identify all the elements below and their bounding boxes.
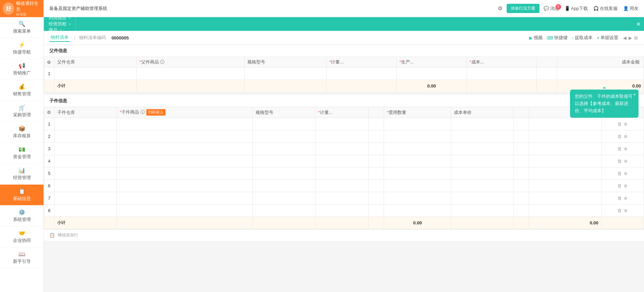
child-cell-unit-price[interactable] xyxy=(451,192,513,205)
child-cell-qty[interactable] xyxy=(384,192,451,205)
delete-icon[interactable]: 🗑 xyxy=(617,121,622,127)
sidebar-item-企业协同[interactable]: 🤝企业协同 xyxy=(0,226,44,247)
child-cell-qty[interactable] xyxy=(384,130,451,143)
child-cell-product[interactable] xyxy=(117,205,253,217)
child-cell-qty[interactable] xyxy=(384,143,451,155)
child-cell-warehouse[interactable] xyxy=(54,180,117,192)
copy-icon[interactable]: ⊕ xyxy=(624,146,628,151)
copy-icon[interactable]: ⊕ xyxy=(624,208,628,213)
parent-cell-production[interactable] xyxy=(397,68,467,80)
child-cell-unit[interactable] xyxy=(315,155,369,167)
parent-cell-unit[interactable] xyxy=(326,68,397,80)
child-cell-unit[interactable] xyxy=(315,118,369,130)
parent-cell-warehouse[interactable] xyxy=(54,68,137,80)
child-cell-unit-price[interactable] xyxy=(451,118,513,130)
sidebar-item-销售管理[interactable]: 💰销售管理 xyxy=(0,80,44,101)
delete-icon[interactable]: 🗑 xyxy=(617,134,622,139)
child-cell-unit-price[interactable] xyxy=(451,205,513,217)
parent-cell-spec[interactable] xyxy=(244,68,326,80)
child-cell-spec[interactable] xyxy=(253,118,315,130)
child-cell-spec[interactable] xyxy=(253,143,315,155)
child-cell-spec[interactable] xyxy=(253,167,315,180)
copy-icon[interactable]: ⊕ xyxy=(624,171,628,176)
child-cell-warehouse[interactable] xyxy=(54,130,117,143)
copy-icon[interactable]: ⊕ xyxy=(624,134,628,139)
child-cell-unit[interactable] xyxy=(315,192,369,205)
child-cell-product[interactable] xyxy=(117,167,253,180)
message-button[interactable]: 💬 6 消息 xyxy=(544,5,559,12)
delete-icon[interactable]: 🗑 xyxy=(617,146,622,151)
settings-icon[interactable]: ⚙ xyxy=(498,5,503,12)
tab-close-button[interactable]: × xyxy=(60,28,62,31)
sidebar-item-经营管理[interactable]: 📊经营管理 xyxy=(0,164,44,185)
child-cell-warehouse[interactable] xyxy=(54,155,117,167)
online-service-button[interactable]: 🎧 在线客服 xyxy=(593,5,618,12)
app-download-button[interactable]: 📱 App下载 xyxy=(565,5,588,12)
user-button[interactable]: 👤 用友 xyxy=(623,5,639,12)
tab-商品[interactable]: 商品× xyxy=(44,27,76,31)
parent-col-settings[interactable]: ⚙ xyxy=(44,57,54,68)
tab-close-button[interactable]: × xyxy=(69,22,71,26)
child-cell-qty[interactable] xyxy=(384,205,451,217)
child-cell-unit-price[interactable] xyxy=(451,180,513,192)
sidebar-item-搜索菜单[interactable]: 🔍搜索菜单 xyxy=(0,17,44,38)
child-cell-unit[interactable] xyxy=(315,180,369,192)
child-cell-unit[interactable] xyxy=(315,130,369,143)
child-cell-qty[interactable] xyxy=(384,167,451,180)
sub-tab-list[interactable]: 物料清单 xyxy=(49,34,70,42)
delete-icon[interactable]: 🗑 xyxy=(617,171,622,176)
child-cell-product[interactable] xyxy=(117,155,253,167)
child-cell-warehouse[interactable] xyxy=(54,167,117,180)
child-cell-spec[interactable] xyxy=(253,192,315,205)
tooltip-close-button[interactable]: × xyxy=(633,91,636,98)
delete-icon[interactable]: 🗑 xyxy=(617,196,622,201)
child-cell-spec[interactable] xyxy=(253,180,315,192)
sidebar-item-快捷导航[interactable]: ⚡快捷导航 xyxy=(0,38,44,59)
scan-input-button[interactable]: 扫码录入 xyxy=(146,109,165,116)
child-cell-qty[interactable] xyxy=(384,180,451,192)
tab-经营历程[interactable]: 经营历程× xyxy=(44,21,76,27)
child-cell-product[interactable] xyxy=(117,118,253,130)
child-cell-spec[interactable] xyxy=(253,130,315,143)
sidebar-item-系统管理[interactable]: ⚙️系统管理 xyxy=(0,206,44,226)
child-cell-unit-price[interactable] xyxy=(451,155,513,167)
sidebar-item-基础信息[interactable]: 📋基础信息 xyxy=(0,185,44,206)
sidebar-item-资金管理[interactable]: 💵资金管理 xyxy=(0,143,44,164)
shortcut-button[interactable]: ⌨ 快捷键 xyxy=(547,35,568,41)
parent-cell-product[interactable] xyxy=(136,68,244,80)
sidebar-item-营销推广[interactable]: 📢营销推广 xyxy=(0,59,44,80)
child-cell-warehouse[interactable] xyxy=(54,192,117,205)
copy-icon[interactable]: ⊕ xyxy=(624,183,628,188)
parent-cell-cost[interactable] xyxy=(467,68,537,80)
child-cell-unit[interactable] xyxy=(315,143,369,155)
view-button[interactable]: ▶ 视频 xyxy=(529,35,543,41)
tab-close-button[interactable]: × xyxy=(69,17,71,20)
delete-icon[interactable]: 🗑 xyxy=(617,208,622,213)
expand-button[interactable]: ⊞ xyxy=(633,35,639,40)
single-settings-button[interactable]: ≡ 单据设置 xyxy=(597,35,618,41)
child-cell-unit[interactable] xyxy=(315,205,369,217)
delete-icon[interactable]: 🗑 xyxy=(617,159,622,164)
trial-button[interactable]: 体验行业方案 xyxy=(507,4,540,13)
child-cell-product[interactable] xyxy=(117,143,253,155)
child-cell-qty[interactable] xyxy=(384,118,451,130)
child-cell-qty[interactable] xyxy=(384,155,451,167)
copy-icon[interactable]: ⊕ xyxy=(624,121,628,127)
child-cell-product[interactable] xyxy=(117,180,253,192)
prev-page-button[interactable]: ◀ xyxy=(622,35,627,40)
copy-icon[interactable]: ⊕ xyxy=(624,196,628,201)
child-cell-spec[interactable] xyxy=(253,205,315,217)
child-cell-unit-price[interactable] xyxy=(451,143,513,155)
child-cell-warehouse[interactable] xyxy=(54,118,117,130)
child-cell-product[interactable] xyxy=(117,130,253,143)
extract-cost-button[interactable]: ↑ 提取成本 xyxy=(572,35,593,41)
sidebar-item-新手引导[interactable]: 📖新手引导 xyxy=(0,247,44,268)
child-cell-unit[interactable] xyxy=(315,167,369,180)
next-page-button[interactable]: ▶ xyxy=(628,35,633,40)
sidebar-item-采购管理[interactable]: 🛒采购管理 xyxy=(0,101,44,122)
child-cell-product[interactable] xyxy=(117,192,253,205)
child-cell-warehouse[interactable] xyxy=(54,143,117,155)
child-cell-unit-price[interactable] xyxy=(451,130,513,143)
tab-利润报告[interactable]: 利润报告× xyxy=(44,17,76,21)
child-col-settings[interactable]: ⚙ xyxy=(44,107,54,118)
